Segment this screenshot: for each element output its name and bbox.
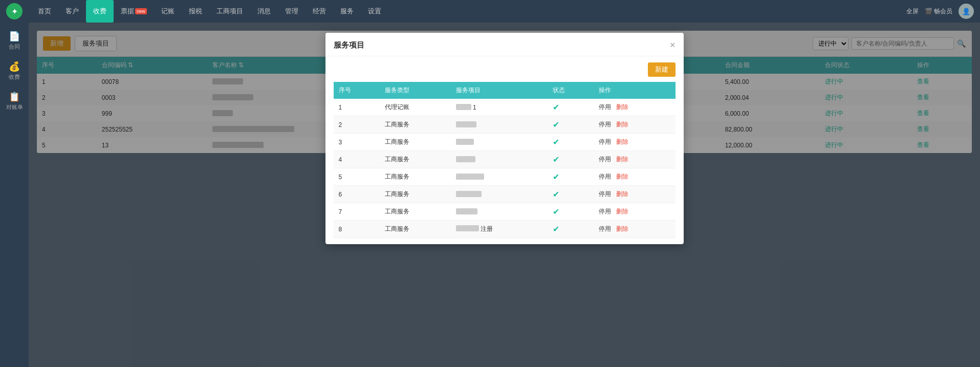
modal-cell-no: 6 <box>334 186 380 203</box>
modal-cell-item <box>451 203 548 221</box>
fee-icon: 💰 <box>9 61 20 72</box>
user-avatar[interactable]: 👤 <box>959 4 974 19</box>
sidebar-item-duizhang[interactable]: 📋 对账单 <box>1 87 28 115</box>
modal-cell-status: ✔ <box>548 186 594 203</box>
modal-close-button[interactable]: × <box>670 40 676 51</box>
app-logo: ✦ <box>6 3 23 19</box>
nav-piaoju[interactable]: 票据 new <box>114 0 154 23</box>
modal-cell-status: ✔ <box>548 221 594 238</box>
statement-icon: 📋 <box>9 91 20 102</box>
stop-button[interactable]: 停用 <box>599 103 611 111</box>
delete-button[interactable]: 删除 <box>616 121 628 128</box>
list-item: 5 工商服务 ✔ 停用 删除 <box>334 168 676 186</box>
modal-col-action: 操作 <box>594 82 676 99</box>
nav-jingying[interactable]: 经营 <box>306 0 333 23</box>
modal-cell-no: 5 <box>334 168 380 186</box>
delete-button[interactable]: 删除 <box>616 225 628 232</box>
modal-new-button[interactable]: 新建 <box>648 62 676 77</box>
modal-cell-status: ✔ <box>548 151 594 168</box>
list-item: 2 工商服务 ✔ 停用 删除 <box>334 116 676 134</box>
nav-fuwu[interactable]: 服务 <box>333 0 361 23</box>
delete-button[interactable]: 删除 <box>616 103 628 111</box>
modal-cell-actions: 停用 删除 <box>594 151 676 168</box>
stop-button[interactable]: 停用 <box>599 190 611 198</box>
list-item: 4 工商服务 ✔ 停用 删除 <box>334 151 676 168</box>
modal-cell-type: 工商服务 <box>380 203 451 221</box>
nav-jizhang[interactable]: 记账 <box>154 0 182 23</box>
list-item: 8 工商服务 注册 ✔ 停用 删除 <box>334 221 676 238</box>
delete-button[interactable]: 删除 <box>616 173 628 180</box>
modal-cell-status: ✔ <box>548 134 594 151</box>
service-modal: 服务项目 × 新建 序号 服务类型 服务项目 <box>325 33 684 244</box>
modal-cell-actions: 停用 删除 <box>594 221 676 238</box>
nav-customer[interactable]: 客户 <box>58 0 86 23</box>
top-navigation: ✦ 首页 客户 收费 票据 new 记账 报税 工商项目 消息 管理 经营 服务… <box>0 0 980 23</box>
stop-button[interactable]: 停用 <box>599 156 611 163</box>
stop-button[interactable]: 停用 <box>599 173 611 180</box>
modal-cell-actions: 停用 删除 <box>594 168 676 186</box>
modal-cell-no: 8 <box>334 221 380 238</box>
sidebar: 📄 合同 💰 收费 📋 对账单 <box>0 23 29 367</box>
modal-title: 服务项目 <box>334 40 364 50</box>
stop-button[interactable]: 停用 <box>599 225 611 232</box>
modal-cell-actions: 停用 删除 <box>594 116 676 134</box>
new-badge: new <box>135 8 147 14</box>
modal-body: 新建 序号 服务类型 服务项目 状态 操作 <box>325 56 684 244</box>
modal-header: 服务项目 × <box>325 33 684 56</box>
modal-cell-no: 4 <box>334 151 380 168</box>
list-item: 3 工商服务 ✔ 停用 删除 <box>334 134 676 151</box>
modal-cell-type: 工商服务 <box>380 151 451 168</box>
sidebar-item-hetong[interactable]: 📄 合同 <box>1 27 28 55</box>
nav-gongshang[interactable]: 工商项目 <box>209 0 250 23</box>
main-content: 新增 服务项目 进行中 全部 已结束 🔍 序号 合同编码 <box>29 23 980 367</box>
member-label[interactable]: 🎬 畅会员 <box>925 7 952 16</box>
top-right-tools: 全屏 🎬 畅会员 👤 <box>906 4 974 19</box>
delete-button[interactable]: 删除 <box>616 190 628 198</box>
modal-cell-no: 7 <box>334 203 380 221</box>
stop-button[interactable]: 停用 <box>599 138 611 145</box>
nav-home[interactable]: 首页 <box>31 0 58 23</box>
delete-button[interactable]: 删除 <box>616 138 628 145</box>
sidebar-item-shoufei[interactable]: 💰 收费 <box>1 57 28 85</box>
contract-icon: 📄 <box>9 31 20 42</box>
modal-cell-actions: 停用 删除 <box>594 203 676 221</box>
modal-col-no: 序号 <box>334 82 380 99</box>
modal-cell-item: 1 <box>451 99 548 116</box>
modal-cell-type: 工商服务 <box>380 186 451 203</box>
nav-shoufe[interactable]: 收费 <box>86 0 114 23</box>
sidebar-item-label-hetong: 合同 <box>9 43 20 51</box>
stop-button[interactable]: 停用 <box>599 121 611 128</box>
modal-cell-item <box>451 134 548 151</box>
nav-shezhi[interactable]: 设置 <box>361 0 388 23</box>
modal-toolbar: 新建 <box>334 62 676 77</box>
modal-cell-actions: 停用 删除 <box>594 134 676 151</box>
modal-cell-status: ✔ <box>548 203 594 221</box>
sidebar-item-label-shoufei: 收费 <box>9 73 20 81</box>
list-item: 1 代理记账 1 ✔ 停用 删除 <box>334 99 676 116</box>
fullscreen-icon[interactable]: 全屏 <box>906 7 919 16</box>
modal-cell-type: 工商服务 <box>380 116 451 134</box>
modal-cell-status: ✔ <box>548 116 594 134</box>
service-items-table: 序号 服务类型 服务项目 状态 操作 1 代理记账 1 ✔ 停用 删除 <box>334 82 676 238</box>
modal-cell-item <box>451 151 548 168</box>
list-item: 6 工商服务 ✔ 停用 删除 <box>334 186 676 203</box>
nav-guanli[interactable]: 管理 <box>278 0 306 23</box>
modal-cell-item <box>451 186 548 203</box>
modal-cell-actions: 停用 删除 <box>594 99 676 116</box>
modal-cell-type: 工商服务 <box>380 134 451 151</box>
modal-table-scroll[interactable]: 序号 服务类型 服务项目 状态 操作 1 代理记账 1 ✔ 停用 删除 <box>334 82 676 238</box>
modal-cell-item: 注册 <box>451 221 548 238</box>
stop-button[interactable]: 停用 <box>599 208 611 215</box>
delete-button[interactable]: 删除 <box>616 208 628 215</box>
modal-cell-actions: 停用 删除 <box>594 186 676 203</box>
modal-cell-no: 2 <box>334 116 380 134</box>
delete-button[interactable]: 删除 <box>616 156 628 163</box>
modal-cell-item <box>451 116 548 134</box>
nav-baoshui[interactable]: 报税 <box>182 0 209 23</box>
modal-cell-type: 工商服务 <box>380 168 451 186</box>
modal-cell-type: 代理记账 <box>380 99 451 116</box>
modal-col-item: 服务项目 <box>451 82 548 99</box>
nav-xiaoxi[interactable]: 消息 <box>250 0 278 23</box>
modal-cell-item <box>451 168 548 186</box>
list-item: 7 工商服务 ✔ 停用 删除 <box>334 203 676 221</box>
